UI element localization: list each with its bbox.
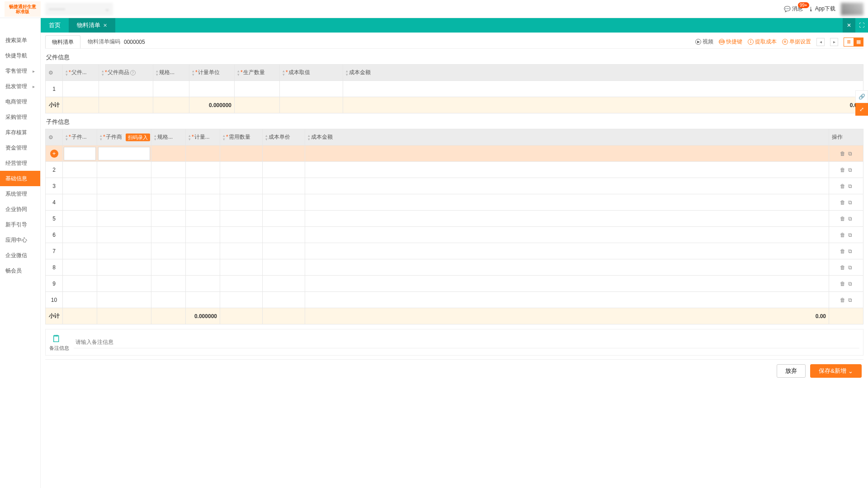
sidebar-item-6[interactable]: 库存核算 — [0, 125, 40, 140]
list-view-icon[interactable]: ≣ — [844, 38, 854, 47]
sidebar-item-15[interactable]: 畅会员 — [0, 263, 40, 278]
col-child-code[interactable]: ▴▾子件... — [63, 129, 97, 145]
add-row-button[interactable]: + — [50, 150, 58, 158]
col-parent-qty[interactable]: ▴▾生产数量 — [235, 65, 280, 81]
sidebar-item-12[interactable]: 新手引导 — [0, 217, 40, 232]
delete-row-icon[interactable]: 🗑 — [840, 297, 845, 303]
col-child-uom[interactable]: ▴▾计量... — [186, 129, 220, 145]
child-row[interactable]: 9🗑⧉ — [46, 276, 863, 292]
col-parent-cost-amt[interactable]: ▴▾成本金额 — [343, 65, 863, 81]
delete-row-icon[interactable]: 🗑 — [840, 232, 845, 238]
copy-row-icon[interactable]: ⧉ — [848, 183, 852, 189]
child-row[interactable]: 3🗑⧉ — [46, 178, 863, 194]
help-icon[interactable]: ? — [130, 70, 136, 75]
child-code-input[interactable] — [64, 147, 96, 160]
delete-row-icon[interactable]: 🗑 — [840, 150, 845, 157]
app-download-button[interactable]: ⭳ App下载 — [808, 5, 835, 13]
tabbar-close-button[interactable]: ✕ — [843, 18, 855, 33]
close-icon[interactable]: ✕ — [103, 23, 107, 28]
scan-badge[interactable]: 扫码录入 — [126, 133, 150, 141]
sidebar-item-0[interactable]: 搜索菜单 — [0, 33, 40, 48]
parent-table: ⚙ ▴▾父件... ▴▾父件商品? ▴▾规格... ▴▾计量单位 ▴▾生产数量 … — [45, 64, 863, 113]
sidebar-item-1[interactable]: 快捷导航 — [0, 48, 40, 63]
copy-row-icon[interactable]: ⧉ — [848, 281, 852, 287]
fullscreen-icon[interactable]: ⛶ — [855, 18, 868, 33]
sidebar-item-9[interactable]: 基础信息 — [0, 171, 40, 186]
copy-row-icon[interactable]: ⧉ — [848, 216, 852, 222]
col-parent-spec[interactable]: ▴▾规格... — [153, 65, 189, 81]
child-row[interactable]: 5🗑⧉ — [46, 211, 863, 227]
parent-row[interactable]: 1 — [46, 81, 863, 97]
sidebar-item-label: 电商管理 — [5, 98, 27, 106]
sidebar-item-2[interactable]: 零售管理 — [0, 63, 40, 79]
sidebar-item-4[interactable]: 电商管理 — [0, 94, 40, 109]
messages-button[interactable]: 💬 消息 99+ — [784, 5, 803, 13]
col-parent-code[interactable]: ▴▾父件... — [63, 65, 99, 81]
delete-row-icon[interactable]: 🗑 — [840, 264, 845, 271]
child-row[interactable]: +🗑⧉ — [46, 145, 863, 162]
copy-row-icon[interactable]: ⧉ — [848, 199, 852, 206]
tab-home[interactable]: 首页 — [41, 18, 69, 33]
delete-row-icon[interactable]: 🗑 — [840, 281, 845, 287]
prev-button[interactable]: ◂ — [816, 38, 825, 46]
discard-button[interactable]: 放弃 — [777, 364, 806, 378]
subtab-bom[interactable]: 物料清单 — [45, 35, 80, 48]
sidebar-item-8[interactable]: 经营管理 — [0, 155, 40, 171]
sidebar-item-10[interactable]: 系统管理 — [0, 186, 40, 202]
app-download-label: App下载 — [815, 5, 835, 13]
delete-row-icon[interactable]: 🗑 — [840, 199, 845, 206]
delete-row-icon[interactable]: 🗑 — [840, 167, 845, 173]
next-button[interactable]: ▸ — [830, 38, 838, 46]
gear-icon[interactable]: ⚙ — [48, 134, 53, 141]
sidebar-item-7[interactable]: 资金管理 — [0, 140, 40, 155]
sidebar-item-5[interactable]: 采购管理 — [0, 109, 40, 125]
child-row[interactable]: 4🗑⧉ — [46, 194, 863, 211]
sidebar-item-11[interactable]: 企业协同 — [0, 202, 40, 217]
child-row[interactable]: 6🗑⧉ — [46, 227, 863, 243]
sidebar-item-label: 畅会员 — [5, 267, 22, 275]
child-row[interactable]: 8🗑⧉ — [46, 259, 863, 276]
col-child-amt[interactable]: ▴▾成本金额 — [305, 129, 829, 145]
copy-row-icon[interactable]: ⧉ — [848, 150, 852, 157]
download-icon: ⭳ — [808, 6, 814, 12]
col-child-product[interactable]: ▴▾子件商扫码录入 — [97, 129, 151, 145]
col-parent-product[interactable]: ▴▾父件商品? — [99, 65, 153, 81]
col-parent-uom[interactable]: ▴▾计量单位 — [189, 65, 235, 81]
col-parent-cost-src[interactable]: ▴▾成本取值 — [280, 65, 343, 81]
logo: 畅捷通好生意 标准版 — [5, 1, 41, 17]
child-row[interactable]: 7🗑⧉ — [46, 243, 863, 259]
col-child-qty[interactable]: ▴▾需用数量 — [220, 129, 263, 145]
child-row[interactable]: 10🗑⧉ — [46, 292, 863, 308]
tab-bom[interactable]: 物料清单 ✕ — [69, 18, 115, 33]
delete-row-icon[interactable]: 🗑 — [840, 216, 845, 222]
save-new-button[interactable]: 保存&新增 ⌄ — [810, 364, 862, 378]
delete-row-icon[interactable]: 🗑 — [840, 248, 845, 254]
row-number: 7 — [46, 243, 63, 259]
link-tool-icon[interactable]: 🔗 — [855, 90, 868, 103]
col-child-price[interactable]: ▴▾成本单价 — [263, 129, 305, 145]
company-selector[interactable]: ———⌄ — [45, 3, 113, 15]
remark-input[interactable] — [74, 336, 859, 348]
sidebar-item-3[interactable]: 批发管理 — [0, 79, 40, 94]
form-view-icon[interactable]: ▦ — [854, 38, 863, 47]
view-toggle[interactable]: ≣ ▦ — [844, 38, 863, 47]
delete-row-icon[interactable]: 🗑 — [840, 183, 845, 189]
copy-row-icon[interactable]: ⧉ — [848, 232, 852, 238]
copy-row-icon[interactable]: ⧉ — [848, 264, 852, 271]
expand-tool-icon[interactable]: ⤢ — [855, 103, 868, 116]
copy-row-icon[interactable]: ⧉ — [848, 297, 852, 303]
hotkey-link[interactable]: ⌨快捷键 — [719, 38, 742, 46]
keyboard-icon: ⌨ — [719, 39, 725, 45]
video-link[interactable]: ▶视频 — [695, 38, 713, 46]
sidebar-item-14[interactable]: 企业微信 — [0, 248, 40, 263]
col-child-spec[interactable]: ▴▾规格... — [151, 129, 186, 145]
child-row[interactable]: 2🗑⧉ — [46, 162, 863, 178]
doc-setting-link[interactable]: ✲单据设置 — [782, 38, 811, 46]
sidebar-item-13[interactable]: 应用中心 — [0, 232, 40, 248]
gear-icon[interactable]: ⚙ — [48, 70, 53, 76]
extract-cost-link[interactable]: ↧提取成本 — [748, 38, 777, 46]
child-product-input[interactable] — [98, 147, 150, 160]
copy-row-icon[interactable]: ⧉ — [848, 248, 852, 254]
copy-row-icon[interactable]: ⧉ — [848, 167, 852, 173]
avatar[interactable] — [841, 3, 863, 15]
